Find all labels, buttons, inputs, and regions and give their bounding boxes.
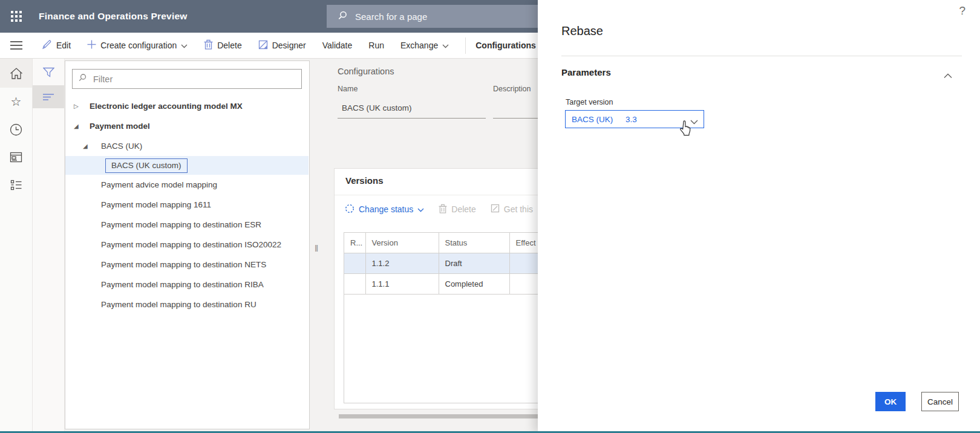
change-status-button[interactable]: Change status (345, 204, 424, 215)
column-header-effective[interactable]: Effect (509, 233, 538, 253)
cell-version: 1.1.1 (365, 274, 439, 295)
description-field-label: Description (493, 85, 531, 93)
configurations-tab[interactable]: Configurations (475, 41, 536, 50)
chevron-down-icon (442, 41, 449, 50)
ok-button[interactable]: OK (875, 392, 906, 411)
tree-item-bacs-uk-custom-selected[interactable]: BACS (UK custom) (65, 156, 309, 175)
edit-box-icon (491, 204, 500, 215)
tree-filter-input[interactable] (92, 74, 296, 85)
panel-resize-handle[interactable]: ‖ (315, 243, 318, 253)
tree-item-payment-model-mapping-1611[interactable]: Payment model mapping 1611 (65, 195, 309, 215)
parameters-collapse-button[interactable] (944, 70, 952, 81)
trash-icon (204, 39, 213, 51)
workspace-icon (10, 152, 22, 163)
target-version-label: Target version (566, 98, 613, 106)
cell-effective (509, 274, 538, 295)
tree-item-mapping-iso20022[interactable]: Payment model mapping to destination ISO… (65, 235, 309, 255)
versions-section-title: Versions (345, 175, 384, 186)
search-icon (338, 10, 348, 23)
chevron-down-icon (181, 41, 188, 50)
cell-status: Draft (439, 253, 509, 274)
target-version-number: 3.3 (626, 115, 637, 124)
help-icon[interactable]: ? (959, 4, 965, 18)
tree-item-mapping-riba[interactable]: Payment model mapping to destination RIB… (65, 275, 309, 295)
tree-filter-box[interactable] (72, 69, 302, 89)
module-list-icon (10, 180, 22, 190)
horizontal-scrollbar[interactable] (339, 414, 538, 418)
chevron-up-icon (944, 73, 952, 79)
chevron-down-icon[interactable] (690, 117, 698, 126)
designer-icon (258, 40, 268, 51)
filter-toggle-button[interactable] (33, 59, 64, 85)
app-title: Finance and Operations Preview (39, 0, 187, 33)
cell-version: 1.1.2 (365, 253, 439, 274)
nav-recent-button[interactable] (0, 116, 32, 143)
tree-item-mapping-nets[interactable]: Payment model mapping to destination NET… (65, 255, 309, 275)
validate-button[interactable]: Validate (322, 41, 353, 50)
versions-toolbar: Change status Delete Get this (345, 200, 538, 219)
nav-modules-button[interactable] (0, 171, 32, 199)
create-configuration-button[interactable]: Create configuration (87, 40, 188, 51)
cancel-button[interactable]: Cancel (921, 392, 959, 411)
edit-button[interactable]: Edit (42, 39, 71, 51)
target-version-value: BACS (UK) (572, 115, 613, 124)
versions-header-row: R... Version Status Effect (344, 233, 538, 253)
left-nav-rail: ☆ (0, 59, 33, 431)
rebase-dialog-title: Rebase (561, 24, 603, 38)
tree-item-payment-model[interactable]: ◢ Payment model (65, 116, 309, 136)
tree-item-bacs-uk[interactable]: ◢ BACS (UK) (65, 136, 309, 156)
configurations-section-title: Configurations (338, 67, 394, 76)
pencil-icon (42, 39, 52, 51)
tree-list-toggle-button[interactable] (33, 85, 64, 108)
versions-grid: R... Version Status Effect 1.1.2 Draft 1… (344, 232, 538, 403)
parameters-section-title: Parameters (561, 67, 611, 77)
rebase-dialog-panel: ? Rebase Parameters Target version BACS … (538, 0, 980, 433)
star-icon: ☆ (11, 96, 22, 108)
home-icon (10, 67, 23, 80)
column-header-status[interactable]: Status (439, 233, 509, 253)
refresh-dashed-circle-icon (345, 204, 354, 215)
tree-item-electronic-ledger-mx[interactable]: ▷ Electronic ledger accounting model MX (65, 96, 309, 116)
waffle-icon (11, 11, 22, 22)
column-header-rebase[interactable]: R... (344, 233, 365, 253)
column-header-version[interactable]: Version (365, 233, 439, 253)
tree-collapsed-icon[interactable]: ▷ (74, 103, 79, 109)
get-this-version-button[interactable]: Get this (491, 204, 533, 215)
clock-icon (10, 123, 22, 136)
funnel-icon (43, 67, 54, 77)
nav-hamburger-button[interactable] (0, 33, 33, 59)
tree-item-mapping-esr[interactable]: Payment model mapping to destination ESR (65, 215, 309, 235)
trash-icon (439, 204, 447, 215)
nav-favorites-button[interactable]: ☆ (0, 88, 32, 116)
page-search-box[interactable] (327, 5, 569, 28)
chevron-down-icon (417, 204, 424, 214)
app-launcher-button[interactable] (0, 0, 33, 33)
action-bar-divider (465, 37, 466, 54)
list-lines-icon (42, 93, 54, 100)
configuration-details-region: Configurations Name BACS (UK custom) Des… (325, 59, 538, 431)
version-row-1-1-2[interactable]: 1.1.2 Draft (344, 253, 538, 274)
rebase-title-divider (561, 56, 962, 56)
nav-workspaces-button[interactable] (0, 143, 32, 171)
search-input[interactable] (354, 11, 511, 22)
designer-button[interactable]: Designer (258, 40, 306, 51)
search-icon (78, 73, 87, 85)
exchange-menu-button[interactable]: Exchange (400, 41, 449, 50)
tree-expanded-icon[interactable]: ◢ (74, 123, 79, 129)
tree-expanded-icon[interactable]: ◢ (83, 143, 88, 149)
configuration-tree: ▷ Electronic ledger accounting model MX … (65, 96, 309, 314)
cell-rebase (344, 253, 365, 274)
hamburger-icon (10, 41, 23, 50)
tree-item-payment-advice-model-mapping[interactable]: Payment advice model mapping (65, 175, 309, 195)
name-field[interactable]: BACS (UK custom) (338, 97, 486, 119)
target-version-dropdown[interactable]: BACS (UK) 3.3 (565, 110, 704, 128)
nav-home-button[interactable] (0, 59, 32, 88)
tree-item-mapping-ru[interactable]: Payment model mapping to destination RU (65, 295, 309, 314)
run-button[interactable]: Run (368, 41, 384, 50)
delete-version-button[interactable]: Delete (439, 204, 475, 215)
version-row-1-1-1[interactable]: 1.1.1 Completed (344, 274, 538, 295)
app-window: Finance and Operations Preview Edit Crea… (0, 0, 980, 433)
cell-status: Completed (439, 274, 509, 295)
delete-button[interactable]: Delete (204, 39, 241, 51)
description-field[interactable] (493, 97, 538, 119)
